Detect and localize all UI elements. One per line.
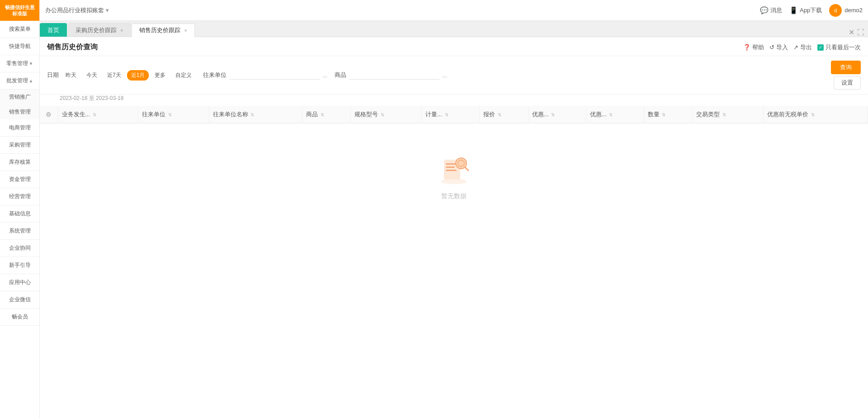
page-title: 销售历史价查询: [47, 43, 98, 52]
help-action[interactable]: ❓ 帮助: [743, 43, 764, 52]
sidebar-logo: 畅捷信好生意 标准版: [0, 0, 39, 21]
empty-state: 暂无数据: [40, 124, 868, 228]
sidebar-item-enterprise[interactable]: 企业协同: [0, 240, 39, 257]
date-btn-custom[interactable]: 自定义: [171, 70, 196, 81]
col-price[interactable]: 报价 ⇅: [480, 106, 528, 124]
sidebar-item-retail[interactable]: 零售管理 ▼: [0, 55, 39, 72]
tab-expand-icon[interactable]: ⛶: [857, 28, 864, 37]
date-filter: 日期 昨天 今天 近7天 近1月 更多 自定义: [47, 70, 196, 81]
sort-arrows-trade-type: ⇅: [722, 112, 726, 117]
sidebar-item-quick-nav[interactable]: 快捷导航: [0, 38, 39, 55]
col-unit[interactable]: 计量... ⇅: [422, 106, 480, 124]
partner-label: 往来单位: [203, 71, 226, 79]
sort-arrows-price: ⇅: [498, 112, 501, 117]
sidebar-item-purchase[interactable]: 采购管理: [0, 137, 39, 154]
tab-close-all-icon[interactable]: ✕: [849, 28, 854, 37]
page-content: 销售历史价查询 ❓ 帮助 ↺ 导入 ↗ 导出 只看最后一次: [40, 37, 868, 418]
sort-arrows-biz-date: ⇅: [93, 112, 96, 117]
partner-picker-btn[interactable]: ...: [322, 72, 327, 79]
logo-text: 畅捷信好生意: [5, 4, 35, 10]
col-product[interactable]: 商品 ⇅: [302, 106, 350, 124]
date-btn-7days[interactable]: 近7天: [103, 70, 125, 81]
sidebar-item-marketing[interactable]: 营销推广: [0, 90, 39, 104]
sidebar-item-finance[interactable]: 资金管理: [0, 171, 39, 188]
sort-arrows-partner-code: ⇅: [168, 112, 172, 117]
sidebar-item-wholesale[interactable]: 批发管理 ▲: [0, 72, 39, 90]
sidebar-item-sales-mgmt[interactable]: 销售管理: [0, 104, 39, 119]
sort-arrows-discount2: ⇅: [609, 112, 613, 117]
sidebar-item-app-center[interactable]: 应用中心: [0, 274, 39, 291]
svg-rect-3: [446, 166, 455, 168]
company-title: 办公用品行业模拟账套: [45, 6, 104, 14]
date-btn-today[interactable]: 今天: [82, 70, 101, 81]
sidebar-item-member[interactable]: 畅会员: [0, 309, 39, 326]
tab-home[interactable]: 首页: [40, 23, 67, 37]
sort-arrows-partner-name: ⇅: [250, 112, 254, 117]
empty-icon: [436, 151, 472, 187]
main-area: 办公用品行业模拟账套 ▾ 💬 消息 📱 App下载 d demo2 首页 采购历…: [40, 0, 868, 418]
tab-sales-close[interactable]: ×: [184, 28, 187, 33]
sidebar-item-corp-wechat[interactable]: 企业微信: [0, 291, 39, 309]
query-button[interactable]: 查询: [831, 61, 861, 74]
col-partner-name[interactable]: 往来单位名称 ⇅: [209, 106, 302, 124]
col-discount1[interactable]: 优惠... ⇅: [528, 106, 586, 124]
export-action[interactable]: ↗ 导出: [793, 43, 812, 52]
export-icon: ↗: [793, 44, 798, 51]
date-btn-yesterday[interactable]: 昨天: [61, 70, 80, 81]
tab-purchase-close[interactable]: ×: [120, 28, 123, 33]
sidebar-item-basic[interactable]: 基础信息: [0, 205, 39, 223]
retail-arrow-icon: ▼: [29, 61, 33, 66]
partner-filter: 往来单位 ...: [203, 71, 327, 80]
data-table: ⚙ 业务发生... ⇅ 往来单位 ⇅ 往来单位名称 ⇅: [40, 106, 868, 124]
sidebar: 畅捷信好生意 标准版 搜索菜单 快捷导航 零售管理 ▼ 批发管理 ▲ 营销推广 …: [0, 0, 40, 418]
sidebar-item-guide[interactable]: 新手引导: [0, 257, 39, 274]
date-buttons-group: 昨天 今天 近7天 近1月 更多 自定义: [61, 70, 196, 81]
col-pre-tax-price[interactable]: 优惠前无税单价 ⇅: [764, 106, 868, 124]
sidebar-item-search[interactable]: 搜索菜单: [0, 21, 39, 38]
topbar-actions: 💬 消息 📱 App下载 d demo2: [760, 4, 863, 17]
sidebar-item-ecom[interactable]: 电商管理: [0, 119, 39, 137]
sort-arrows-product: ⇅: [321, 112, 324, 117]
page-header-actions: ❓ 帮助 ↺ 导入 ↗ 导出 只看最后一次: [743, 43, 861, 52]
message-icon: 💬: [760, 6, 769, 14]
sidebar-item-ops[interactable]: 经营管理: [0, 188, 39, 205]
logo-subtext: 标准版: [12, 10, 27, 17]
only-last-checkbox-label[interactable]: 只看最后一次: [817, 43, 861, 52]
product-filter: 商品 ...: [335, 71, 447, 80]
only-last-checkbox[interactable]: [817, 44, 824, 51]
user-action[interactable]: d demo2: [829, 4, 863, 17]
col-spec[interactable]: 规格型号 ⇅: [351, 106, 422, 124]
import-action[interactable]: ↺ 导入: [769, 43, 788, 52]
product-label: 商品: [335, 71, 346, 79]
dropdown-icon[interactable]: ▾: [106, 7, 109, 14]
svg-line-6: [465, 167, 468, 171]
tab-sales[interactable]: 销售历史价跟踪 ×: [132, 24, 194, 37]
date-btn-more[interactable]: 更多: [151, 70, 170, 81]
col-partner-code[interactable]: 往来单位 ⇅: [138, 106, 209, 124]
date-range-display: 2023-02-18 至 2023-03-18: [52, 95, 868, 106]
gear-icon[interactable]: ⚙: [46, 111, 52, 118]
app-download-action[interactable]: 📱 App下载: [789, 6, 822, 14]
sort-arrows-pre-tax-price: ⇅: [811, 112, 815, 117]
help-icon: ❓: [743, 44, 750, 51]
product-input[interactable]: [349, 71, 439, 80]
col-biz-date[interactable]: 业务发生... ⇅: [58, 106, 138, 124]
product-picker-btn[interactable]: ...: [442, 72, 447, 79]
col-discount2[interactable]: 优惠... ⇅: [586, 106, 644, 124]
table-container: ⚙ 业务发生... ⇅ 往来单位 ⇅ 往来单位名称 ⇅: [40, 106, 868, 418]
date-label: 日期: [47, 71, 59, 79]
avatar: d: [829, 4, 842, 17]
app-icon: 📱: [789, 6, 798, 14]
partner-input[interactable]: [229, 71, 320, 80]
date-btn-1month[interactable]: 近1月: [127, 70, 149, 81]
sidebar-item-system[interactable]: 系统管理: [0, 223, 39, 240]
col-quantity[interactable]: 数量 ⇅: [644, 106, 692, 124]
tab-purchase[interactable]: 采购历史价跟踪 ×: [68, 23, 131, 37]
col-settings[interactable]: ⚙: [40, 106, 58, 124]
sort-arrows-quantity: ⇅: [662, 112, 665, 117]
tabs-bar: 首页 采购历史价跟踪 × 销售历史价跟踪 × ✕ ⛶: [40, 21, 868, 37]
sidebar-item-inventory[interactable]: 库存核算: [0, 154, 39, 171]
settings-button[interactable]: 设置: [834, 76, 861, 90]
message-action[interactable]: 💬 消息: [760, 6, 782, 14]
col-trade-type[interactable]: 交易类型 ⇅: [693, 106, 764, 124]
